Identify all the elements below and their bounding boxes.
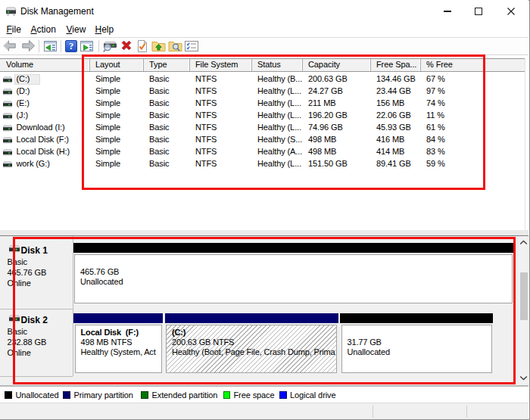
- legend-label: Free space: [234, 390, 275, 400]
- table-cell: 23.44 GB: [371, 85, 421, 97]
- toolbar-folder-find-button[interactable]: [168, 39, 182, 52]
- disk-icon: [8, 315, 20, 323]
- menu-view[interactable]: View: [67, 24, 86, 37]
- toolbar-separator: [98, 40, 99, 52]
- scroll-up-button[interactable]: [519, 238, 528, 247]
- legend-swatch: [223, 391, 231, 399]
- partition-body: (C:) 200.63 GB NTFS Healthy (Boot, Page …: [166, 325, 337, 373]
- column-header-file-system[interactable]: File System: [190, 59, 252, 71]
- partition-title: (C:): [172, 328, 336, 338]
- close-button[interactable]: [498, 0, 524, 23]
- table-cell: Basic: [144, 121, 190, 133]
- table-cell: Healthy (B...: [252, 73, 303, 85]
- column-header-volume[interactable]: Volume: [0, 59, 90, 71]
- toolbar-back-button[interactable]: [2, 39, 17, 52]
- menu-help[interactable]: Help: [95, 24, 114, 37]
- window-title: Disk Management: [20, 6, 94, 17]
- table-cell: Simple: [90, 85, 144, 97]
- minimize-button[interactable]: [435, 0, 460, 23]
- column-header-pct-free[interactable]: % Free: [421, 59, 485, 71]
- scrollbar-thumb[interactable]: [520, 272, 528, 320]
- menu-file[interactable]: File: [7, 24, 21, 37]
- legend-swatch: [63, 391, 70, 399]
- toolbar-check-task-button[interactable]: [136, 39, 148, 53]
- volume-row[interactable]: Local Disk (F:) Simple Basic NTFS Health…: [0, 133, 525, 145]
- table-cell: Simple: [90, 157, 144, 170]
- volume-cell: (J:): [0, 109, 90, 121]
- table-cell: Healthy (A...: [252, 145, 303, 157]
- delete-volume-icon: [120, 39, 133, 52]
- partition-color-band: [73, 243, 513, 253]
- toolbar-folder-up-button[interactable]: [151, 39, 166, 52]
- disk-label-separator: [0, 376, 73, 377]
- table-cell: Healthy (L...: [252, 109, 303, 121]
- pane-splitter[interactable]: [0, 230, 528, 236]
- table-cell: 151.50 GB: [303, 157, 371, 170]
- toolbar-help-button[interactable]: ?: [65, 40, 77, 52]
- column-header-type[interactable]: Type: [144, 59, 190, 71]
- table-cell: Healthy (S...: [252, 133, 303, 145]
- table-cell: NTFS: [190, 121, 252, 133]
- disk-region[interactable]: 31.77 GB Unallocated: [340, 313, 493, 373]
- legend-label: Logical drive: [290, 390, 335, 400]
- volume-row[interactable]: (D:) Simple Basic NTFS Healthy (L... 24.…: [0, 85, 525, 97]
- legend-label: Unallocated: [16, 390, 59, 400]
- maximize-button[interactable]: [466, 0, 491, 23]
- toolbar-show-action-pane-button[interactable]: [80, 40, 93, 52]
- table-cell: NTFS: [190, 85, 252, 97]
- column-header-capacity[interactable]: Capacity: [303, 59, 371, 71]
- volume-row[interactable]: Download (I:) Simple Basic NTFS Healthy …: [0, 121, 525, 133]
- volume-row[interactable]: (C:) Simple Basic NTFS Healthy (B... 200…: [0, 73, 525, 85]
- table-cell: 416 MB: [371, 133, 421, 145]
- back-icon: [2, 39, 17, 52]
- table-cell: Simple: [90, 145, 144, 157]
- disk-region[interactable]: (C:) 200.63 GB NTFS Healthy (Boot, Page …: [165, 313, 338, 373]
- disk-label-cell[interactable]: Disk 2 Basic 232.88 GB Online: [0, 309, 73, 376]
- table-cell: 61 %: [421, 121, 485, 133]
- disk-management-window: Disk Management File Action View Help ? …: [0, 0, 530, 420]
- volume-row[interactable]: Local Disk (H:) Simple Basic NTFS Health…: [0, 145, 525, 157]
- scroll-down-button[interactable]: [519, 374, 528, 383]
- column-header-layout[interactable]: Layout: [90, 59, 144, 71]
- folder-find-icon: [168, 39, 182, 52]
- legend-label: Extended partition: [152, 390, 218, 400]
- partition-body: Local Disk (F:) 498 MB NTFS Healthy (Sys…: [75, 325, 162, 373]
- table-cell: 156 MB: [371, 97, 421, 109]
- table-cell: 196.20 GB: [303, 109, 371, 121]
- legend-bar: Unallocated Primary partition Extended p…: [0, 386, 528, 403]
- svg-text:?: ?: [68, 41, 73, 51]
- menu-bar: File Action View Help: [0, 23, 528, 38]
- column-header-status[interactable]: Status: [252, 59, 303, 71]
- table-cell: Basic: [144, 157, 190, 170]
- title-bar: Disk Management: [0, 0, 528, 23]
- table-cell: 11 %: [421, 109, 485, 121]
- table-cell: 211 MB: [303, 97, 371, 109]
- toolbar-show-console-tree-button[interactable]: [44, 40, 57, 52]
- table-cell: Simple: [90, 121, 144, 133]
- volume-row[interactable]: work (G:) Simple Basic NTFS Healthy (L..…: [0, 157, 525, 170]
- disk-region[interactable]: Local Disk (F:) 498 MB NTFS Healthy (Sys…: [73, 313, 163, 373]
- table-cell: Simple: [90, 133, 144, 145]
- toolbar-rescan-disks-button[interactable]: [103, 39, 117, 53]
- maximize-icon: [475, 8, 482, 15]
- table-cell: 59 %: [421, 157, 485, 170]
- toolbar-delete-volume-button[interactable]: [120, 39, 133, 52]
- show-console-tree-icon: [44, 40, 57, 52]
- show-action-pane-icon: [80, 40, 93, 52]
- volume-icon: [2, 123, 13, 133]
- volume-row[interactable]: (J:) Simple Basic NTFS Healthy (L... 196…: [0, 109, 525, 121]
- partition-line2: Unallocated: [80, 277, 512, 287]
- toolbar-separator: [61, 40, 61, 52]
- table-cell: 134.46 GB: [371, 73, 421, 85]
- volume-row[interactable]: (E:) Simple Basic NTFS Healthy (L... 211…: [0, 97, 525, 109]
- table-cell: Healthy (L...: [252, 157, 303, 170]
- table-cell: Healthy (L...: [252, 85, 303, 97]
- menu-action[interactable]: Action: [31, 24, 56, 37]
- disk-region[interactable]: 465.76 GB Unallocated: [73, 243, 513, 304]
- toolbar-forward-button[interactable]: [21, 39, 36, 52]
- table-cell: 414 MB: [371, 145, 421, 157]
- toolbar-properties-button[interactable]: [185, 40, 198, 52]
- table-cell: 67 %: [421, 73, 485, 85]
- disk-label-cell[interactable]: Disk 1 Basic 465.76 GB Online: [0, 236, 73, 309]
- column-header-free-spa[interactable]: Free Spa...: [371, 59, 421, 71]
